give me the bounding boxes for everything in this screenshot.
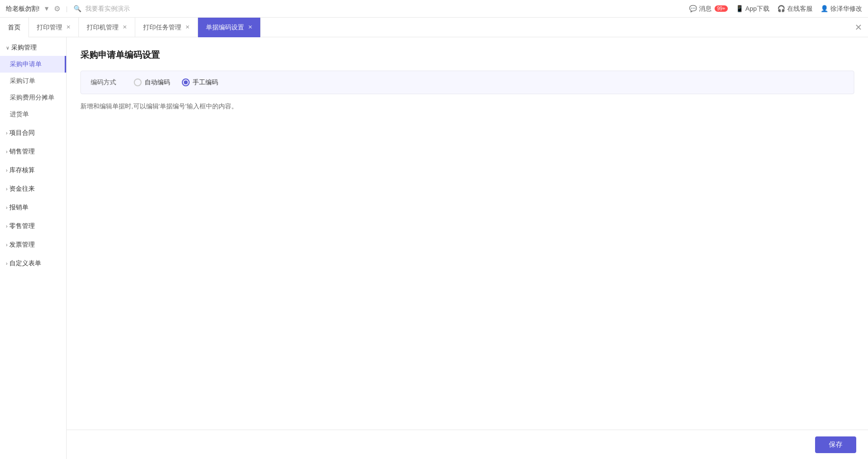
- custom-group-label: 自定义表单: [9, 259, 41, 268]
- sidebar-group-capital: › 资金往来: [0, 180, 66, 197]
- page-title: 采购申请单编码设置: [80, 49, 854, 61]
- tab-printer-manage-label: 打印机管理: [87, 23, 119, 32]
- tab-single-code-setting[interactable]: 单据编码设置 ✕: [198, 18, 261, 37]
- user-icon: 👤: [820, 5, 828, 12]
- purchase-arrow-icon: ∨: [6, 45, 9, 51]
- main-layout: ∨ 采购管理 采购申请单 采购订单 采购费用分摊单 进货单 › 项目合同: [0, 37, 868, 459]
- sidebar-group-purchase: ∨ 采购管理 采购申请单 采购订单 采购费用分摊单 进货单: [0, 39, 66, 123]
- message-button[interactable]: 💬 消息 99+: [689, 4, 728, 13]
- message-badge: 99+: [715, 5, 728, 12]
- sales-arrow-icon: ›: [6, 149, 7, 154]
- info-text: 新增和编辑单据时,可以编辑'单据编号'输入框中的内容。: [80, 102, 854, 111]
- project-arrow-icon: ›: [6, 130, 7, 136]
- sidebar-group-sales-title[interactable]: › 销售管理: [0, 143, 66, 160]
- tab-print-task[interactable]: 打印任务管理 ✕: [135, 18, 198, 37]
- sidebar-group-invoice-title[interactable]: › 发票管理: [0, 236, 66, 253]
- sidebar-group-sales: › 销售管理: [0, 143, 66, 160]
- app-download-button[interactable]: 📱 App下载: [736, 4, 769, 13]
- sidebar-group-inventory: › 库存核算: [0, 162, 66, 178]
- capital-arrow-icon: ›: [6, 186, 7, 192]
- purchase-request-label: 采购申请单: [10, 60, 42, 68]
- sidebar-item-purchase-order[interactable]: 采购订单: [0, 73, 66, 89]
- coding-section: 编码方式 自动编码 手工编码: [80, 71, 854, 94]
- settings-icon[interactable]: ⚙: [54, 4, 60, 13]
- tab-print-task-label: 打印任务管理: [143, 23, 181, 32]
- inventory-group-label: 库存核算: [9, 166, 35, 175]
- inventory-arrow-icon: ›: [6, 168, 7, 173]
- tab-single-code-close[interactable]: ✕: [248, 24, 252, 30]
- brand-label: 给老板勿割!: [6, 4, 40, 13]
- content-footer: 保存: [67, 430, 868, 459]
- dropdown-icon[interactable]: ▼: [44, 5, 50, 12]
- retail-group-label: 零售管理: [9, 222, 35, 230]
- message-label: 消息: [699, 4, 712, 13]
- radio-auto[interactable]: 自动编码: [134, 78, 170, 87]
- radio-manual[interactable]: 手工编码: [182, 78, 218, 87]
- radio-manual-circle: [182, 78, 190, 86]
- stock-in-label: 进货单: [10, 110, 29, 118]
- invoice-group-label: 发票管理: [9, 240, 35, 249]
- sidebar-group-inventory-title[interactable]: › 库存核算: [0, 162, 66, 178]
- tab-print-manage-label: 打印管理: [37, 23, 62, 32]
- sidebar-item-purchase-expense[interactable]: 采购费用分摊单: [0, 89, 66, 106]
- top-bar-left: 给老板勿割! ▼ ⚙ | 🔍 我要看实例演示: [6, 4, 130, 13]
- app-download-label: App下载: [745, 4, 769, 13]
- returns-arrow-icon: ›: [6, 205, 7, 210]
- sidebar-item-stock-in[interactable]: 进货单: [0, 106, 66, 123]
- tab-home[interactable]: 首页: [0, 18, 29, 37]
- sidebar-group-invoice: › 发票管理: [0, 236, 66, 253]
- sidebar-item-purchase-request[interactable]: 采购申请单: [0, 56, 66, 73]
- custom-arrow-icon: ›: [6, 261, 7, 266]
- sales-group-label: 销售管理: [9, 147, 35, 156]
- sidebar: ∨ 采购管理 采购申请单 采购订单 采购费用分摊单 进货单 › 项目合同: [0, 37, 67, 459]
- search-text[interactable]: 我要看实例演示: [85, 4, 130, 13]
- tab-printer-manage[interactable]: 打印机管理 ✕: [79, 18, 135, 37]
- user-profile-button[interactable]: 👤 徐泽华修改: [820, 4, 862, 13]
- sidebar-group-retail: › 零售管理: [0, 218, 66, 234]
- sidebar-group-returns: › 报销单: [0, 199, 66, 216]
- content-inner: 采购申请单编码设置 编码方式 自动编码 手工编码: [67, 37, 868, 430]
- top-bar-right: 💬 消息 99+ 📱 App下载 🎧 在线客服 👤 徐泽华修改: [689, 4, 862, 13]
- sidebar-group-project-contract: › 项目合同: [0, 125, 66, 141]
- project-group-label: 项目合同: [9, 128, 35, 137]
- sidebar-group-retail-title[interactable]: › 零售管理: [0, 218, 66, 234]
- purchase-group-label: 采购管理: [11, 43, 37, 52]
- tab-single-code-label: 单据编码设置: [206, 23, 244, 32]
- returns-group-label: 报销单: [9, 203, 28, 212]
- sidebar-group-returns-title[interactable]: › 报销单: [0, 199, 66, 216]
- sidebar-group-capital-title[interactable]: › 资金往来: [0, 180, 66, 197]
- purchase-order-label: 采购订单: [10, 77, 35, 84]
- tab-close-all-button[interactable]: ✕: [849, 18, 868, 37]
- service-icon: 🎧: [777, 5, 785, 12]
- tab-printer-manage-close[interactable]: ✕: [123, 24, 127, 30]
- sidebar-group-project-title[interactable]: › 项目合同: [0, 125, 66, 141]
- online-service-label: 在线客服: [787, 4, 813, 13]
- invoice-arrow-icon: ›: [6, 242, 7, 248]
- retail-arrow-icon: ›: [6, 224, 7, 229]
- sidebar-group-custom-form: › 自定义表单: [0, 255, 66, 272]
- content-area: 采购申请单编码设置 编码方式 自动编码 手工编码: [67, 37, 868, 459]
- message-icon: 💬: [689, 5, 697, 12]
- tab-print-task-close[interactable]: ✕: [185, 24, 190, 30]
- top-bar: 给老板勿割! ▼ ⚙ | 🔍 我要看实例演示 💬 消息 99+ 📱 App下载 …: [0, 0, 868, 18]
- purchase-expense-label: 采购费用分摊单: [10, 94, 54, 101]
- app-icon: 📱: [736, 5, 744, 12]
- coding-row: 编码方式 自动编码 手工编码: [91, 78, 844, 87]
- tab-home-label: 首页: [8, 23, 21, 32]
- tab-print-manage-close[interactable]: ✕: [66, 24, 71, 30]
- radio-auto-label: 自动编码: [145, 78, 170, 87]
- coding-label: 编码方式: [91, 78, 118, 87]
- sidebar-group-custom-title[interactable]: › 自定义表单: [0, 255, 66, 272]
- capital-group-label: 资金往来: [9, 184, 35, 193]
- sidebar-group-purchase-title[interactable]: ∨ 采购管理: [0, 39, 66, 56]
- username-label: 徐泽华修改: [830, 4, 862, 13]
- save-button[interactable]: 保存: [815, 436, 856, 453]
- radio-group: 自动编码 手工编码: [134, 78, 218, 87]
- tab-print-manage[interactable]: 打印管理 ✕: [29, 18, 79, 37]
- radio-manual-label: 手工编码: [193, 78, 218, 87]
- search-icon: 🔍: [74, 5, 81, 12]
- radio-auto-circle: [134, 78, 142, 86]
- tab-bar: 首页 打印管理 ✕ 打印机管理 ✕ 打印任务管理 ✕ 单据编码设置 ✕ ✕: [0, 18, 868, 37]
- online-service-button[interactable]: 🎧 在线客服: [777, 4, 813, 13]
